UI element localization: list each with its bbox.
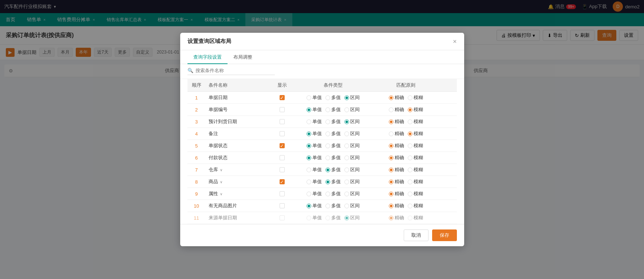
row9-dropdown-arrow: ∨ xyxy=(220,192,222,196)
row8-dropdown-arrow: ∨ xyxy=(220,180,222,184)
row6-range-radio[interactable]: 区间 xyxy=(344,154,360,161)
row11-multi-radio[interactable]: 多值 xyxy=(325,215,341,221)
row2-exact-radio[interactable]: 精确 xyxy=(389,106,404,113)
row9-single-radio[interactable]: 单值 xyxy=(307,190,322,197)
row8-range-circle xyxy=(344,180,349,184)
row3-exact-radio[interactable]: 精确 xyxy=(389,118,404,125)
row1-single-radio[interactable]: 单值 xyxy=(307,94,322,101)
row8-fuzzy-radio[interactable]: 模糊 xyxy=(408,178,423,185)
row8-checkbox[interactable]: ✓ xyxy=(280,179,285,184)
row5-checkbox[interactable]: ✓ xyxy=(280,143,285,148)
row7-checkbox[interactable] xyxy=(280,167,285,172)
row5-multi-radio[interactable]: 多值 xyxy=(325,142,341,149)
row9-fuzzy-circle xyxy=(408,192,412,196)
dialog-close-btn[interactable]: × xyxy=(453,38,457,45)
row3-range-radio[interactable]: 区间 xyxy=(344,118,360,125)
row9-fuzzy-radio[interactable]: 模糊 xyxy=(408,190,423,197)
row11-fuzzy-radio[interactable]: 模糊 xyxy=(408,215,423,221)
row9-checkbox[interactable] xyxy=(280,191,285,196)
row4-exact-radio[interactable]: 精确 xyxy=(389,130,404,137)
row4-range-circle xyxy=(344,131,349,136)
row1-range-radio[interactable]: 区间 xyxy=(344,94,360,101)
save-button[interactable]: 保存 xyxy=(432,229,457,241)
row7-multi-radio[interactable]: 多值 xyxy=(325,166,341,173)
row4-multi-circle xyxy=(325,131,330,136)
dialog-tab-layout[interactable]: 布局调整 xyxy=(228,50,258,64)
row10-exact-radio[interactable]: 精确 xyxy=(389,203,404,209)
row1-fuzzy-radio[interactable]: 模糊 xyxy=(408,94,423,101)
row6-multi-radio[interactable]: 多值 xyxy=(325,154,341,161)
row9-range-radio[interactable]: 区间 xyxy=(344,190,360,197)
row4-fuzzy-radio[interactable]: 模糊 xyxy=(408,130,423,137)
cancel-button[interactable]: 取消 xyxy=(404,229,428,241)
row5-exact-radio[interactable]: 精确 xyxy=(389,142,404,149)
row2-multi-radio[interactable]: 多值 xyxy=(325,106,341,113)
row2-single-radio[interactable]: 单值 xyxy=(307,106,322,113)
row8-range-radio[interactable]: 区间 xyxy=(344,178,360,185)
dialog-header: 设置查询区域布局 × xyxy=(180,33,464,50)
row4-multi-radio[interactable]: 多值 xyxy=(325,130,341,137)
dialog-tab-query-fields[interactable]: 查询字段设置 xyxy=(187,50,228,64)
row7-exact-radio[interactable]: 精确 xyxy=(389,166,404,173)
row3-single-radio[interactable]: 单值 xyxy=(307,118,322,125)
row4-display xyxy=(271,131,293,136)
table-row: 9 属性 ∨ 单值 xyxy=(187,188,457,200)
row8-exact-radio[interactable]: 精确 xyxy=(389,178,404,185)
row8-single-radio[interactable]: 单值 xyxy=(307,178,322,185)
row10-range-radio[interactable]: 区间 xyxy=(344,203,360,209)
row3-fuzzy-circle xyxy=(408,119,412,124)
row9-exact-radio[interactable]: 精确 xyxy=(389,190,404,197)
row2-checkbox[interactable] xyxy=(280,107,285,112)
row11-name: 来源单据日期 xyxy=(206,215,271,221)
row5-range-radio[interactable]: 区间 xyxy=(344,142,360,149)
row1-checkbox[interactable]: ✓ xyxy=(280,95,285,100)
row10-multi-radio[interactable]: 多值 xyxy=(325,203,341,209)
row5-single-radio[interactable]: 单值 xyxy=(307,142,322,149)
row6-exact-radio[interactable]: 精确 xyxy=(389,154,404,161)
row3-match: 精确 模糊 xyxy=(373,118,439,125)
row7-fuzzy-radio[interactable]: 模糊 xyxy=(408,166,423,173)
row1-name: 单据日期 xyxy=(206,94,271,101)
row9-multi-radio[interactable]: 多值 xyxy=(325,190,341,197)
row11-single-radio[interactable]: 单值 xyxy=(307,215,322,221)
row3-range-circle xyxy=(344,119,349,124)
row4-range-radio[interactable]: 区间 xyxy=(344,130,360,137)
row8-multi-circle xyxy=(325,180,330,184)
row10-fuzzy-radio[interactable]: 模糊 xyxy=(408,203,423,209)
row6-fuzzy-radio[interactable]: 模糊 xyxy=(408,154,423,161)
row7-single-radio[interactable]: 单值 xyxy=(307,166,322,173)
row1-range-circle xyxy=(344,95,349,100)
row1-exact-radio[interactable]: 精确 xyxy=(389,94,404,101)
row10-single-radio[interactable]: 单值 xyxy=(307,203,322,209)
row6-checkbox[interactable] xyxy=(280,155,285,160)
row11-checkbox[interactable] xyxy=(280,215,285,220)
row4-single-radio[interactable]: 单值 xyxy=(307,130,322,137)
row7-range-radio[interactable]: 区间 xyxy=(344,166,360,173)
row2-fuzzy-radio[interactable]: 模糊 xyxy=(408,106,423,113)
row5-fuzzy-radio[interactable]: 模糊 xyxy=(408,142,423,149)
table-row: 4 备注 单值 xyxy=(187,128,457,140)
row9-match: 精确 模糊 xyxy=(373,190,439,197)
row3-checkbox[interactable] xyxy=(280,119,285,124)
row9-exact-circle xyxy=(389,192,394,196)
row11-index: 11 xyxy=(187,215,206,221)
row10-checkbox[interactable] xyxy=(280,203,285,208)
row11-exact-radio[interactable]: 精确 xyxy=(389,215,404,221)
row5-index: 5 xyxy=(187,143,206,149)
row8-multi-radio[interactable]: 多值 xyxy=(325,178,341,185)
row4-checkbox[interactable] xyxy=(280,131,285,136)
row9-range-circle xyxy=(344,192,349,196)
row4-name: 备注 xyxy=(206,130,271,137)
row3-fuzzy-radio[interactable]: 模糊 xyxy=(408,118,423,125)
row9-display xyxy=(271,191,293,196)
row1-multi-radio[interactable]: 多值 xyxy=(325,94,341,101)
row1-index: 1 xyxy=(187,95,206,101)
row11-range-radio[interactable]: 区间 xyxy=(344,215,360,221)
row10-index: 10 xyxy=(187,203,206,209)
row3-multi-radio[interactable]: 多值 xyxy=(325,118,341,125)
row6-single-radio[interactable]: 单值 xyxy=(307,154,322,161)
row5-range-circle xyxy=(344,144,349,148)
row3-display xyxy=(271,119,293,124)
search-input[interactable] xyxy=(195,68,275,73)
row2-range-radio[interactable]: 区间 xyxy=(344,106,360,113)
